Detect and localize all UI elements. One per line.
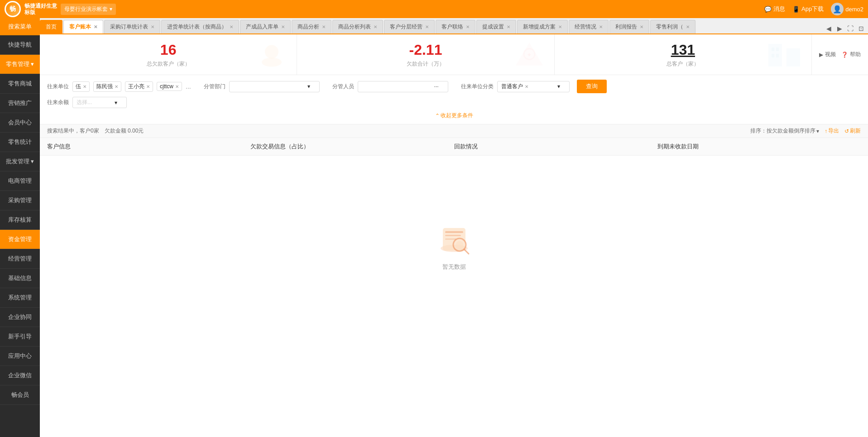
- top-bar-right: 💬 消息 📱 App下载 👤 demo2: [764, 3, 863, 15]
- sidebar-item-cooperation[interactable]: 企业协同: [0, 308, 40, 327]
- tab-close-biz-status[interactable]: ✕: [599, 24, 603, 29]
- remove-tag-4[interactable]: ✕: [175, 84, 179, 89]
- sidebar-item-operation[interactable]: 经营管理: [0, 249, 40, 269]
- tab-close-accounts[interactable]: ✕: [94, 24, 97, 29]
- sidebar-search[interactable]: 搜索菜单: [0, 18, 40, 35]
- stat-customers-value: 16: [160, 42, 177, 58]
- tab-close-raise-plan[interactable]: ✕: [558, 24, 562, 29]
- user-menu[interactable]: 👤 demo2: [831, 3, 863, 15]
- collapse-button[interactable]: ⌃ 收起更多条件: [435, 112, 473, 119]
- sidebar-item-finance[interactable]: 资金管理: [0, 230, 40, 249]
- svg-rect-8: [776, 48, 779, 51]
- video-btn[interactable]: ▶ 视频: [819, 51, 836, 58]
- sidebar-item-quick-nav[interactable]: 快捷导航: [0, 35, 40, 55]
- top-bar-left: 畅 畅捷通好生意标版 母婴行业演示帐套 ▾: [5, 1, 116, 17]
- tab-scroll-left[interactable]: ◀: [824, 24, 834, 33]
- stat-icon-customers: [256, 40, 288, 69]
- stat-icon-receivable: ✦: [513, 40, 545, 69]
- tab-purchase-orders[interactable]: 采购订单统计表 ✕: [104, 20, 160, 33]
- stat-clients-label: 总客户（家）: [667, 60, 699, 68]
- results-summary: 搜索结果中，客户0家 欠款金额 0.00元: [47, 127, 144, 135]
- svg-rect-7: [772, 48, 774, 51]
- tab-close-customer-tier[interactable]: ✕: [425, 24, 429, 29]
- stat-total-customers: 16 总欠款客户（家）: [40, 34, 297, 75]
- person-label: 分管人员: [332, 83, 354, 90]
- sidebar-item-retail-mall[interactable]: 零售商城: [0, 74, 40, 94]
- svg-rect-9: [772, 54, 774, 57]
- dept-select[interactable]: ▾: [229, 81, 320, 92]
- sidebar-item-newbie[interactable]: 新手引导: [0, 327, 40, 347]
- tab-raise-settings[interactable]: 提成设置 ✕: [476, 20, 516, 33]
- tab-raise-plan[interactable]: 新增提成方案 ✕: [517, 20, 568, 33]
- person-select[interactable]: ···: [358, 81, 448, 92]
- tab-customer-contact[interactable]: 客户联络 ✕: [436, 20, 475, 33]
- sidebar-item-basic-info[interactable]: 基础信息: [0, 269, 40, 288]
- tab-purchase-stats[interactable]: 进货单统计表（按商品） ✕: [161, 20, 239, 33]
- sidebar-item-system[interactable]: 系统管理: [0, 288, 40, 308]
- balance-select[interactable]: 选择... ▾: [72, 97, 127, 108]
- tab-customer-tier[interactable]: 客户分层经营 ✕: [384, 20, 435, 33]
- sidebar-item-wholesale[interactable]: 批发管理 ▾: [0, 152, 40, 171]
- tab-home[interactable]: 首页: [40, 20, 62, 33]
- tab-accounts[interactable]: 客户账本 ✕: [63, 20, 103, 33]
- sidebar-item-retail[interactable]: 零售管理 ▾: [0, 55, 40, 74]
- sidebar-item-wechat[interactable]: 企业微信: [0, 366, 40, 385]
- tab-close-product-analysis-list[interactable]: ✕: [374, 24, 377, 29]
- search-button[interactable]: 查询: [577, 80, 607, 93]
- results-bar: 搜索结果中，客户0家 欠款金额 0.00元 排序：按欠款金额倒序排序 ▾ ↑ 导…: [40, 124, 868, 138]
- tab-close-purchase-orders[interactable]: ✕: [151, 24, 154, 29]
- sidebar-item-ecommerce[interactable]: 电商管理: [0, 171, 40, 191]
- tab-restore[interactable]: ⊡: [856, 24, 866, 33]
- remove-tag-2[interactable]: ✕: [115, 84, 118, 89]
- messages-button[interactable]: 💬 消息: [764, 5, 785, 13]
- svg-line-17: [464, 249, 469, 254]
- help-btn[interactable]: ❓ 帮助: [841, 51, 861, 58]
- sort-button[interactable]: 排序：按欠款金额倒序排序 ▾: [750, 127, 819, 135]
- main-layout: 搜索菜单 快捷导航 零售管理 ▾ 零售商城 营销推广 会员中心 零售统计 批发管…: [0, 18, 868, 437]
- tab-close-retail-profit[interactable]: ✕: [686, 24, 690, 29]
- sidebar-item-app-center[interactable]: 应用中心: [0, 347, 40, 366]
- tab-maximize[interactable]: ⛶: [845, 24, 855, 33]
- app-download-button[interactable]: 📱 App下载: [792, 5, 824, 13]
- tab-bar: 首页 客户账本 ✕ 采购订单统计表 ✕ 进货单统计表（按商品） ✕ 产成品入库单…: [40, 18, 868, 34]
- sidebar-item-member2[interactable]: 畅会员: [0, 385, 40, 405]
- sidebar-item-retail-stats[interactable]: 零售统计: [0, 133, 40, 152]
- filter-tag-unit-2[interactable]: 陈民强 ✕: [93, 81, 121, 92]
- stat-receivable: ✦ -2.11 欠款合计（万）: [297, 34, 554, 75]
- logo-text: 畅捷通好生意标版: [24, 3, 57, 16]
- col-due-date: 到期未收款日期: [657, 142, 861, 151]
- tab-close-customer-contact[interactable]: ✕: [466, 24, 470, 29]
- tab-close-product-analysis[interactable]: ✕: [322, 24, 326, 29]
- sidebar-item-inventory[interactable]: 库存核算: [0, 210, 40, 230]
- tab-product-analysis[interactable]: 商品分析 ✕: [292, 20, 331, 33]
- tab-cost-entry[interactable]: 产成品入库单 ✕: [240, 20, 291, 33]
- tab-scroll-right[interactable]: ▶: [834, 24, 844, 33]
- tab-retail-profit[interactable]: 零售利润（ ✕: [650, 20, 695, 33]
- remove-tag-3[interactable]: ✕: [146, 84, 150, 89]
- org-selector[interactable]: 母婴行业演示帐套 ▾: [61, 4, 116, 15]
- refresh-button[interactable]: ↺ 刷新: [844, 127, 861, 135]
- tab-close-cost-entry[interactable]: ✕: [281, 24, 285, 29]
- filter-tag-unit-4[interactable]: cjttcw ✕: [157, 82, 182, 91]
- tab-product-analysis-list[interactable]: 商品分析列表 ✕: [332, 20, 383, 33]
- remove-tag-1[interactable]: ✕: [83, 84, 86, 89]
- tab-close-profit-report[interactable]: ✕: [640, 24, 643, 29]
- content-area: 首页 客户账本 ✕ 采购订单统计表 ✕ 进货单统计表（按商品） ✕ 产成品入库单…: [40, 18, 868, 437]
- sidebar-item-purchase[interactable]: 采购管理: [0, 191, 40, 210]
- export-button[interactable]: ↑ 导出: [825, 127, 839, 135]
- empty-icon: [432, 221, 477, 257]
- tab-close-purchase-stats[interactable]: ✕: [230, 24, 233, 29]
- tab-profit-report[interactable]: 利润报告 ✕: [609, 20, 649, 33]
- svg-point-1: [262, 57, 282, 66]
- remove-classify[interactable]: ✕: [525, 84, 528, 89]
- svg-rect-15: [445, 238, 456, 240]
- classify-select[interactable]: 普通客户 ✕ ▾: [497, 81, 570, 92]
- tab-close-raise-settings[interactable]: ✕: [507, 24, 510, 29]
- filter-tag-unit-1[interactable]: 伍 ✕: [72, 81, 90, 92]
- stats-bar: 16 总欠款客户（家） ✦ -2.11 欠款合计（万）: [40, 34, 868, 75]
- tab-biz-status[interactable]: 经营情况 ✕: [569, 20, 609, 33]
- sidebar-item-marketing[interactable]: 营销推广: [0, 94, 40, 113]
- sidebar-item-member[interactable]: 会员中心: [0, 113, 40, 133]
- unit-more[interactable]: ...: [186, 83, 191, 90]
- filter-tag-unit-3[interactable]: 王小亮 ✕: [125, 81, 153, 92]
